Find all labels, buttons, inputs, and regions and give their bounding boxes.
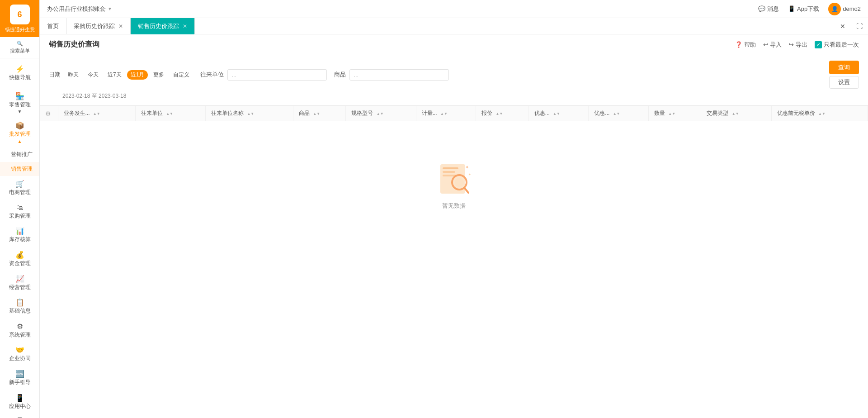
col-partner-code[interactable]: 往来单位 ▲▼	[135, 106, 205, 121]
basic-icon: 📋	[15, 298, 24, 307]
date-btn-today[interactable]: 今天	[84, 70, 102, 80]
date-btn-7days[interactable]: 近7天	[104, 70, 125, 80]
col-discount1[interactable]: 优惠... ▲▼	[528, 106, 589, 121]
svg-text:✦: ✦	[468, 173, 471, 176]
date-filter: 日期 昨天 今天 近7天 近1月 更多 自定义	[49, 70, 193, 80]
col-quantity-label: 数量	[654, 110, 665, 116]
tab-sales-history[interactable]: 销售历史价跟踪 ✕	[131, 18, 195, 34]
username-label: demo2	[843, 5, 861, 12]
page-header: 销售历史价查询 ❓ 帮助 ↩ 导入 ↪ 导出 ✓ 只看最后一次	[40, 34, 868, 55]
export-button[interactable]: ↪ 导出	[789, 41, 807, 49]
tab-home[interactable]: 首页	[40, 18, 66, 34]
system-label: 系统管理	[9, 332, 31, 339]
sidebar-item-sales[interactable]: 销售管理	[0, 162, 39, 176]
table-container: ⚙ 业务发生... ▲▼ 往来单位 ▲▼ 往来单位名称 ▲▼	[40, 106, 868, 418]
purchase-label: 采购管理	[9, 213, 31, 220]
only-last-option[interactable]: ✓ 只看最后一次	[815, 41, 859, 49]
date-btn-yesterday[interactable]: 昨天	[64, 70, 82, 80]
sidebar-item-wechat[interactable]: 💬 企业微信	[0, 413, 39, 418]
col-discount1-label: 优惠...	[534, 110, 550, 116]
basic-label: 基础信息	[9, 308, 31, 315]
col-spec-label: 规格型号	[351, 110, 373, 116]
col-trade-type-label: 交易类型	[707, 110, 728, 116]
import-button[interactable]: ↩ 导入	[763, 41, 782, 49]
filter-row: 日期 昨天 今天 近7天 近1月 更多 自定义 往来单位 ...	[49, 61, 859, 89]
col-trade-type[interactable]: 交易类型 ▲▼	[701, 106, 771, 121]
col-partner-name-label: 往来单位名称	[211, 110, 244, 116]
partner-input[interactable]: ...	[227, 69, 327, 81]
sidebar-item-inventory[interactable]: 📊 库存核算	[0, 223, 39, 247]
tab-purchase-history[interactable]: 采购历史价跟踪 ✕	[66, 18, 131, 34]
query-button[interactable]: 查询	[829, 61, 859, 74]
sidebar-search-section: 🔍 搜索菜单	[0, 37, 39, 58]
wholesale-arrow-icon: ▲	[18, 139, 22, 144]
sidebar-item-guide[interactable]: 🆕 新手引导	[0, 366, 39, 390]
date-range-display: 2023-02-18 至 2023-03-18	[61, 92, 859, 100]
wholesale-icon: 📦	[15, 121, 24, 130]
sidebar-item-operations[interactable]: 📈 经营管理	[0, 271, 39, 295]
sidebar-item-retail[interactable]: 🏪 零售管理 ▼	[0, 88, 39, 118]
sidebar-nav: ⚡ 快捷导航 🏪 零售管理 ▼ 📦 批发管理 ▲ 营销推广 销售管理 🛒 电商管…	[0, 58, 39, 418]
col-business-date-label: 业务发生...	[64, 110, 90, 116]
col-goods[interactable]: 商品 ▲▼	[293, 106, 345, 121]
col-price[interactable]: 报价 ▲▼	[476, 106, 528, 121]
goods-input[interactable]: ...	[349, 69, 449, 81]
sort-icon-partner-name: ▲▼	[247, 112, 254, 116]
table-header-row: ⚙ 业务发生... ▲▼ 往来单位 ▲▼ 往来单位名称 ▲▼	[40, 106, 868, 121]
guide-label: 新手引导	[9, 379, 31, 386]
sidebar-item-quick-nav[interactable]: ⚡ 快捷导航	[0, 61, 39, 85]
sidebar-item-purchase[interactable]: 🛍 采购管理	[0, 200, 39, 223]
workspace-dropdown-icon: ▼	[108, 6, 112, 11]
download-icon: 📱	[788, 5, 795, 12]
col-unit[interactable]: 计量... ▲▼	[416, 106, 476, 121]
sidebar-item-ecommerce[interactable]: 🛒 电商管理	[0, 176, 39, 200]
sidebar-item-appcenter[interactable]: 📱 应用中心	[0, 390, 39, 414]
main-area: 办公用品行业模拟账套 ▼ 💬 消息 📱 App下载 👤 demo2 首页	[40, 0, 868, 418]
top-header: 办公用品行业模拟账套 ▼ 💬 消息 📱 App下载 👤 demo2	[40, 0, 868, 18]
app-download-label: App下载	[797, 5, 819, 13]
date-btn-more[interactable]: 更多	[150, 70, 168, 80]
only-last-label: 只看最后一次	[824, 41, 859, 49]
sort-icon-spec: ▲▼	[377, 112, 384, 116]
sidebar-item-marketing[interactable]: 营销推广	[0, 147, 39, 162]
enterprise-icon: 🤝	[15, 346, 24, 354]
sort-icon-business-date: ▲▼	[93, 112, 100, 116]
message-button[interactable]: 💬 消息	[758, 5, 779, 13]
partner-dots: ...	[231, 71, 236, 78]
col-discount2-label: 优惠...	[594, 110, 609, 116]
tab-sales-close-icon[interactable]: ✕	[183, 23, 187, 29]
workspace-selector[interactable]: 办公用品行业模拟账套 ▼	[47, 5, 112, 13]
col-spec[interactable]: 规格型号 ▲▼	[346, 106, 416, 121]
partner-label: 往来单位	[200, 71, 224, 79]
svg-text:✦: ✦	[465, 165, 469, 170]
only-last-checkbox[interactable]: ✓	[815, 41, 822, 48]
help-button[interactable]: ❓ 帮助	[735, 41, 756, 49]
date-options: 昨天 今天 近7天 近1月 更多 自定义	[64, 70, 193, 80]
col-business-date[interactable]: 业务发生... ▲▼	[58, 106, 135, 121]
tab-purchase-close-icon[interactable]: ✕	[118, 23, 123, 29]
sidebar-item-wholesale[interactable]: 📦 批发管理 ▲	[0, 118, 39, 147]
sidebar-item-enterprise[interactable]: 🤝 企业协同	[0, 342, 39, 366]
sidebar-item-system[interactable]: ⚙ 系统管理	[0, 318, 39, 342]
date-btn-custom[interactable]: 自定义	[170, 70, 193, 80]
table-gear-icon[interactable]: ⚙	[45, 110, 51, 117]
col-partner-name[interactable]: 往来单位名称 ▲▼	[206, 106, 293, 121]
date-btn-1month[interactable]: 近1月	[127, 70, 148, 80]
app-download-button[interactable]: 📱 App下载	[788, 5, 819, 13]
operations-label: 经营管理	[9, 284, 31, 291]
sidebar-item-basic[interactable]: 📋 基础信息	[0, 294, 39, 318]
sort-icon-unit: ▲▼	[440, 112, 448, 116]
col-pretax-price[interactable]: 优惠前无税单价 ▲▼	[771, 106, 868, 121]
col-quantity[interactable]: 数量 ▲▼	[648, 106, 701, 121]
appcenter-label: 应用中心	[9, 403, 31, 410]
col-discount2[interactable]: 优惠... ▲▼	[589, 106, 649, 121]
user-menu[interactable]: 👤 demo2	[828, 3, 861, 15]
fullscreen-button[interactable]: ⛶	[851, 18, 868, 34]
logo-text: 畅捷通好生意	[5, 26, 35, 33]
message-label: 消息	[767, 5, 779, 13]
avatar-icon: 👤	[831, 6, 838, 12]
settings-button[interactable]: 设置	[829, 76, 859, 89]
close-all-tabs-button[interactable]: ✕	[835, 18, 851, 34]
search-menu-button[interactable]: 🔍 搜索菜单	[3, 41, 37, 54]
sidebar-item-finance[interactable]: 💰 资金管理	[0, 247, 39, 271]
